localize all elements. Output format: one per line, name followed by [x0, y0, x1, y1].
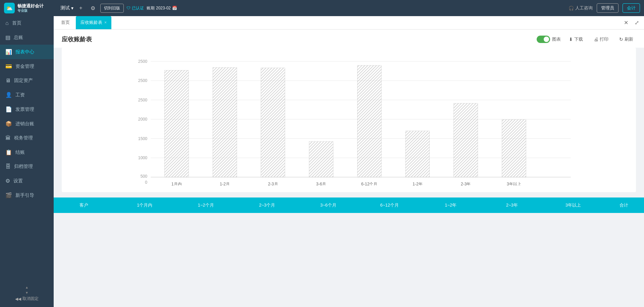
add-button[interactable]: +: [76, 3, 86, 13]
topbar-right: 🎧 人工咨询 管理员 会计: [569, 3, 640, 13]
sidebar-item-funds[interactable]: 💳资金管理: [0, 59, 54, 74]
sidebar-item-label: 发票管理: [15, 106, 34, 113]
sidebar-item-tax[interactable]: 🏛税务管理: [0, 131, 54, 145]
user-button[interactable]: 管理员: [597, 3, 619, 13]
report-header: 应收账龄表 图表 ⬇ 下载 🖨 打印 ↻: [54, 30, 644, 48]
tab-home[interactable]: 首页: [56, 16, 74, 29]
print-icon: 🖨: [594, 37, 598, 42]
scroll-up-button[interactable]: ▲: [23, 285, 30, 289]
svg-text:6-12个月: 6-12个月: [361, 182, 378, 185]
sidebar-item-wages[interactable]: 👤工资: [0, 88, 54, 102]
settings-icon: ⚙: [5, 178, 10, 184]
settings-button[interactable]: ⚙: [88, 3, 98, 13]
refresh-button[interactable]: ↻ 刷新: [616, 35, 636, 44]
svg-text:2500: 2500: [138, 78, 148, 83]
bar-1月内: [165, 70, 189, 177]
sidebar-item-label: 总账: [14, 35, 23, 41]
sidebar-item-label: 税务管理: [14, 135, 33, 141]
main-layout: ⌂首页▤总账📊报表中心💳资金管理🖥固定资产👤工资📄发票管理📦进销台账🏛税务管理📋…: [0, 16, 644, 307]
account-button[interactable]: 会计: [623, 3, 640, 13]
toggle-label: 图表: [552, 36, 561, 42]
logo-icon: ⛅: [4, 3, 15, 13]
project-selector[interactable]: 测试 ▾: [60, 5, 73, 11]
bar-6-12月: [357, 65, 381, 177]
page-content: 应收账龄表 图表 ⬇ 下载 🖨 打印 ↻: [54, 30, 644, 307]
tab-bar: 首页应收账龄表× ✕ ⤢: [54, 16, 644, 30]
bar-2-3月: [261, 68, 285, 177]
cancel-fixed-label: 取消固定: [22, 296, 39, 302]
chart-toggle[interactable]: [537, 36, 550, 43]
table-header-cell: 1个月内: [114, 198, 175, 213]
svg-text:1-2年: 1-2年: [413, 182, 423, 185]
close-icon: 📋: [5, 149, 12, 156]
purchases-icon: 📦: [5, 121, 12, 127]
assets-icon: 🖥: [5, 78, 11, 84]
scroll-down-button[interactable]: ▼: [23, 291, 30, 295]
tab-actions: ✕ ⤢: [621, 18, 641, 28]
sidebar-item-label: 报表中心: [15, 49, 34, 55]
period-badge: 账期 2023-02 📅: [147, 5, 177, 11]
guide-icon: 🎬: [5, 192, 12, 199]
tab-close-icon[interactable]: ×: [104, 20, 107, 25]
download-button[interactable]: ⬇ 下载: [566, 35, 586, 44]
svg-text:3年以上: 3年以上: [507, 182, 521, 185]
cancel-fixed-button[interactable]: ◀◀ 取消固定: [15, 296, 39, 302]
close-window-button[interactable]: ✕: [621, 18, 631, 28]
sidebar-item-purchases[interactable]: 📦进销台账: [0, 117, 54, 131]
sidebar-item-label: 设置: [13, 178, 23, 184]
download-icon: ⬇: [569, 37, 573, 42]
headset-icon: 🎧: [569, 6, 574, 11]
project-name: 测试: [60, 5, 70, 11]
sidebar-item-close[interactable]: 📋结账: [0, 145, 54, 160]
tab-label: 首页: [61, 19, 70, 26]
svg-text:2-3年: 2-3年: [461, 182, 471, 185]
expand-button[interactable]: ⤢: [632, 18, 641, 28]
bar-chart: 2500 2500 2500 2000 1500 1000 500 0: [78, 54, 629, 185]
bar-1-2月: [213, 68, 237, 177]
table-header-cell: 3~6个月: [298, 198, 359, 213]
sidebar-item-label: 新手引导: [15, 192, 34, 199]
sidebar-item-home[interactable]: ⌂首页: [0, 16, 54, 30]
topbar-nav: 测试 ▾ + ⚙ 切到旧版 🛡 已认证 账期 2023-02 📅: [58, 3, 569, 13]
page-title: 应收账龄表: [62, 35, 92, 43]
tab-label: 应收账龄表: [80, 19, 102, 26]
table-header-cell: 3年以上: [543, 198, 604, 213]
sidebar-item-label: 工资: [15, 92, 25, 98]
svg-text:2000: 2000: [138, 117, 148, 122]
sidebar-item-archive[interactable]: 🗄归档管理: [0, 160, 54, 174]
bar-1-2年: [406, 131, 430, 177]
svg-text:2500: 2500: [138, 59, 148, 64]
sidebar-item-label: 结账: [15, 149, 25, 156]
sidebar-item-assets[interactable]: 🖥固定资产: [0, 74, 54, 88]
sidebar: ⌂首页▤总账📊报表中心💳资金管理🖥固定资产👤工资📄发票管理📦进销台账🏛税务管理📋…: [0, 16, 54, 307]
svg-text:1月内: 1月内: [171, 182, 182, 185]
table-header-cell: 2~3年: [481, 198, 543, 213]
tab-ar-aging[interactable]: 应收账龄表×: [76, 16, 111, 29]
sidebar-item-label: 进销台账: [15, 121, 34, 127]
svg-text:1500: 1500: [138, 136, 148, 141]
print-button[interactable]: 🖨 打印: [591, 35, 611, 44]
app-logo: ⛅ 畅捷通好会计 专业版: [4, 3, 58, 13]
sidebar-item-label: 首页: [12, 20, 21, 26]
table-header-cell: 1~2年: [420, 198, 482, 213]
sidebar-item-invoices[interactable]: 📄发票管理: [0, 102, 54, 117]
funds-icon: 💳: [5, 63, 12, 70]
svg-text:1-2月: 1-2月: [220, 182, 230, 185]
certified-badge: 🛡 已认证: [126, 5, 144, 11]
help-button[interactable]: 🎧 人工咨询: [569, 5, 593, 11]
invoices-icon: 📄: [5, 106, 12, 113]
tax-icon: 🏛: [5, 135, 11, 141]
sidebar-bottom: ▲ ▼ ◀◀ 取消固定: [0, 282, 54, 304]
sidebar-item-reports[interactable]: 📊报表中心: [0, 45, 54, 59]
chart-container: 2500 2500 2500 2000 1500 1000 500 0: [62, 48, 636, 192]
sidebar-scroll: ⌂首页▤总账📊报表中心💳资金管理🖥固定资产👤工资📄发票管理📦进销台账🏛税务管理📋…: [0, 16, 54, 307]
sidebar-item-settings[interactable]: ⚙设置: [0, 174, 54, 188]
switch-version-button[interactable]: 切到旧版: [100, 4, 124, 13]
topbar: ⛅ 畅捷通好会计 专业版 测试 ▾ + ⚙ 切到旧版 🛡 已认证 账期 2023…: [0, 0, 644, 16]
pin-icon: ◀◀: [15, 297, 21, 301]
sidebar-item-ledger[interactable]: ▤总账: [0, 30, 54, 45]
table-header-cell: 1~2个月: [175, 198, 237, 213]
sidebar-item-guide[interactable]: 🎬新手引导: [0, 188, 54, 203]
bar-3-6月: [309, 142, 333, 177]
table-header-cell: 6~12个月: [359, 198, 420, 213]
